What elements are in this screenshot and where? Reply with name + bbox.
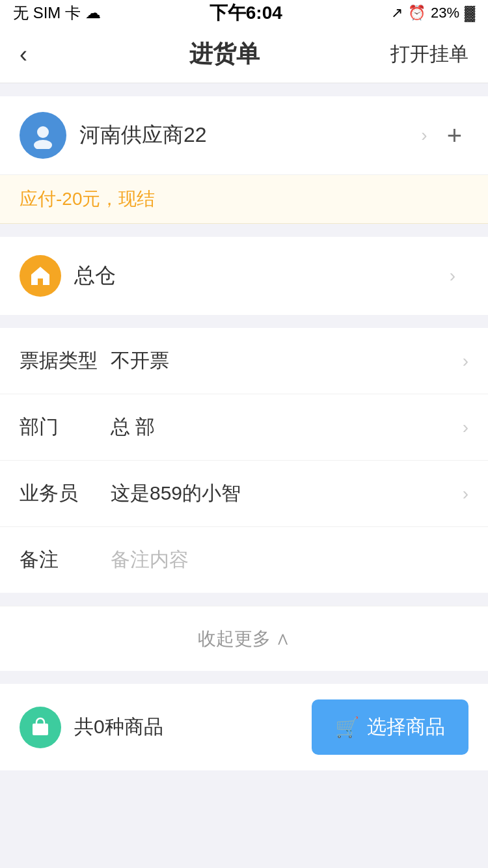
sales-label: 业务员 xyxy=(20,480,111,507)
status-bar: 无 SIM 卡 ☁ 下午6:04 ↗ ⏰ 23% ▓ xyxy=(0,0,488,26)
open-pending-button[interactable]: 打开挂单 xyxy=(390,41,468,68)
status-right: ↗ ⏰ 23% ▓ xyxy=(391,5,475,21)
status-time: 下午6:04 xyxy=(210,1,282,25)
remark-value[interactable]: 备注内容 xyxy=(111,547,468,573)
dept-label: 部门 xyxy=(20,414,111,441)
ticket-type-label: 票据类型 xyxy=(20,347,111,374)
supplier-name: 河南供应商22 xyxy=(79,121,421,150)
supplier-card: 河南供应商22 › + 应付-20元，现结 xyxy=(0,96,488,224)
supplier-avatar xyxy=(20,112,66,159)
cart-icon-circle xyxy=(20,707,61,748)
cart-btn-icon: 🛒 xyxy=(335,716,359,739)
ticket-type-value: 不开票 xyxy=(111,347,463,374)
svg-point-0 xyxy=(37,126,49,138)
nav-bar: ‹ 进货单 打开挂单 xyxy=(0,26,488,83)
user-icon xyxy=(29,122,57,149)
battery-icon: ▓ xyxy=(465,5,475,21)
dept-value: 总 部 xyxy=(111,414,463,441)
section-gap-1 xyxy=(0,83,488,96)
select-product-button[interactable]: 🛒 选择商品 xyxy=(312,699,468,755)
supplier-row[interactable]: 河南供应商22 › + xyxy=(0,96,488,175)
sales-row[interactable]: 业务员 这是859的小智 › xyxy=(0,461,488,527)
warehouse-row[interactable]: 总仓 › xyxy=(0,237,488,315)
warehouse-chevron-icon: › xyxy=(450,265,455,286)
form-section: 票据类型 不开票 › 部门 总 部 › 业务员 这是859的小智 › 备注 备注… xyxy=(0,328,488,593)
page-title: 进货单 xyxy=(189,38,260,70)
warehouse-card: 总仓 › xyxy=(0,237,488,315)
sales-chevron-icon: › xyxy=(463,483,468,504)
svg-rect-2 xyxy=(33,724,48,735)
add-supplier-button[interactable]: + xyxy=(441,121,468,150)
supplier-notice: 应付-20元，现结 xyxy=(0,175,488,224)
status-left: 无 SIM 卡 ☁ xyxy=(13,3,101,23)
remark-label: 备注 xyxy=(20,547,111,573)
dept-row[interactable]: 部门 总 部 › xyxy=(0,394,488,461)
ticket-type-chevron-icon: › xyxy=(463,351,468,372)
home-icon xyxy=(29,264,52,288)
collapse-bar: 收起更多 ∧ xyxy=(0,606,488,671)
sales-value: 这是859的小智 xyxy=(111,480,463,507)
select-product-label: 选择商品 xyxy=(367,714,445,740)
supplier-chevron-icon: › xyxy=(421,125,427,146)
alarm-icon: ⏰ xyxy=(408,5,426,21)
ticket-type-row[interactable]: 票据类型 不开票 › xyxy=(0,328,488,394)
svg-point-1 xyxy=(34,140,52,149)
collapse-button[interactable]: 收起更多 ∧ xyxy=(198,629,291,649)
network-status: 无 SIM 卡 ☁ xyxy=(13,3,101,23)
warehouse-name: 总仓 xyxy=(74,262,450,290)
battery-level: 23% xyxy=(431,5,459,21)
back-button[interactable]: ‹ xyxy=(20,41,59,68)
section-gap-2 xyxy=(0,224,488,237)
shopping-bag-icon xyxy=(29,716,52,739)
dept-chevron-icon: › xyxy=(463,417,468,438)
remark-row[interactable]: 备注 备注内容 xyxy=(0,527,488,593)
warehouse-icon xyxy=(20,255,61,297)
bottom-bar: 共0种商品 🛒 选择商品 xyxy=(0,684,488,770)
product-count-text: 共0种商品 xyxy=(74,714,299,740)
location-icon: ↗ xyxy=(391,5,403,21)
